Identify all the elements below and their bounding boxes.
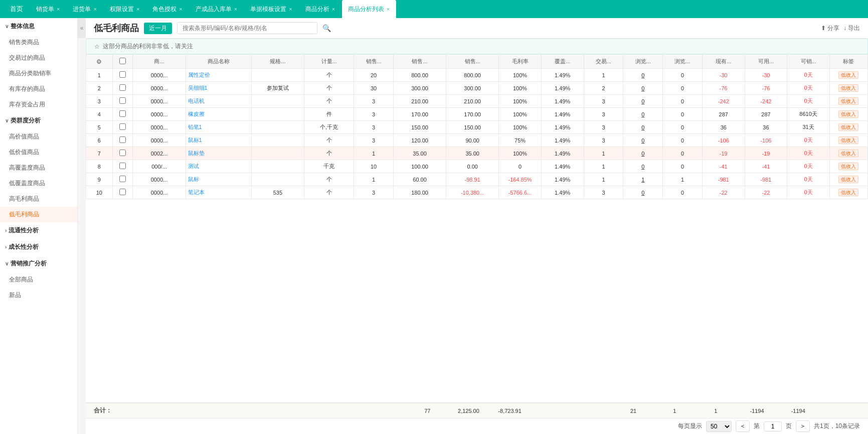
cell-view1[interactable]: 1 [623, 173, 663, 186]
close-sales-order[interactable]: × [57, 6, 60, 12]
cell-name[interactable]: 电话机 [186, 95, 251, 108]
select-all-checkbox[interactable] [119, 58, 126, 64]
cell-view1[interactable]: 0 [623, 186, 663, 199]
col-header-name[interactable]: 商品名称 [186, 55, 251, 69]
close-goods-analysis[interactable]: × [332, 6, 335, 12]
cell-check[interactable] [112, 160, 133, 173]
close-permissions[interactable]: × [136, 6, 139, 12]
cell-check[interactable] [112, 147, 133, 160]
cell-check[interactable] [112, 82, 133, 95]
cell-name[interactable]: 橡皮擦 [186, 108, 251, 121]
col-header-view1[interactable]: 浏览... [623, 55, 663, 69]
col-header-check[interactable] [112, 55, 133, 69]
sidebar-item-low-coverage[interactable]: 低覆盖度商品 [0, 176, 77, 191]
next-page-button[interactable]: ＞ [796, 420, 810, 432]
sidebar-item-new-goods[interactable]: 新品 [0, 287, 77, 303]
cell-check[interactable] [112, 108, 133, 121]
cell-name[interactable]: 鼠标垫 [186, 147, 251, 160]
nav-home[interactable]: 首页 [4, 0, 29, 18]
sidebar-item-high-coverage[interactable]: 高覆盖度商品 [0, 160, 77, 176]
row-checkbox[interactable] [119, 84, 126, 91]
col-header-current-stock[interactable]: 现有... [702, 55, 745, 69]
close-role-auth[interactable]: × [179, 6, 182, 12]
table-row[interactable]: 5 0000... 铅笔1 个,千克 3 150.00 150.00 100% … [86, 121, 868, 134]
col-header-view2[interactable]: 浏览... [663, 55, 703, 69]
cell-check[interactable] [112, 173, 133, 186]
cell-check[interactable] [112, 121, 133, 134]
page-number-input[interactable] [764, 421, 782, 431]
close-purchase-order[interactable]: × [93, 6, 96, 12]
sidebar-item-category-rate[interactable]: 商品分类助销率 [0, 66, 77, 81]
cell-check[interactable] [112, 95, 133, 108]
cell-name[interactable]: 鼠标1 [186, 134, 251, 147]
row-checkbox[interactable] [119, 150, 126, 156]
prev-page-button[interactable]: ＜ [736, 420, 750, 432]
col-header-tag[interactable]: 标签 [829, 55, 867, 69]
sidebar-item-in-stock-goods[interactable]: 有库存的商品 [0, 81, 77, 97]
row-checkbox[interactable] [119, 71, 126, 78]
col-header-sales-amt[interactable]: 销售... [394, 55, 446, 69]
close-product-inbound[interactable]: × [234, 6, 237, 12]
sidebar-item-high-value[interactable]: 高价值商品 [0, 129, 77, 144]
col-header-coverage[interactable]: 覆盖... [541, 55, 584, 69]
per-page-select[interactable]: 50 100 200 [706, 421, 732, 432]
cell-check[interactable] [112, 186, 133, 199]
nav-goods-analysis-list[interactable]: 商品分析列表 × [342, 0, 396, 18]
table-row[interactable]: 2 0000... 吴细细1 参加复试 个 30 300.00 300.00 1… [86, 82, 868, 95]
row-checkbox[interactable] [119, 163, 126, 169]
row-checkbox[interactable] [119, 189, 126, 195]
share-button[interactable]: ⬆ 分享 [821, 24, 839, 33]
cell-name[interactable]: 属性定价 [186, 69, 251, 82]
col-header-sales-cost[interactable]: 销售... [446, 55, 499, 69]
cell-view1[interactable]: 0 [623, 121, 663, 134]
cell-check[interactable] [112, 69, 133, 82]
cell-view1[interactable]: 0 [623, 147, 663, 160]
table-row[interactable]: 4 0000... 橡皮擦 件 3 170.00 170.00 100% 1.4… [86, 108, 868, 121]
cell-name[interactable]: 铅笔1 [186, 121, 251, 134]
table-row[interactable]: 6 0000... 鼠标1 个 3 120.00 90.00 75% 1.49%… [86, 134, 868, 147]
nav-sales-order[interactable]: 销货单 × [30, 0, 66, 18]
col-header-available[interactable]: 可用... [745, 55, 787, 69]
table-row[interactable]: 10 0000... 笔记本 535 个 3 180.00 -10,380...… [86, 186, 868, 199]
nav-template-settings[interactable]: 单据模板设置 × [244, 0, 298, 18]
nav-permissions[interactable]: 权限设置 × [104, 0, 145, 18]
sidebar-item-low-value[interactable]: 低价值商品 [0, 144, 77, 160]
sidebar-collapse-button[interactable]: « [78, 18, 86, 38]
cell-view1[interactable]: 0 [623, 160, 663, 173]
nav-role-auth[interactable]: 角色授权 × [146, 0, 188, 18]
sidebar-item-sales-goods[interactable]: 销售类商品 [0, 35, 77, 50]
cell-view1[interactable]: 0 [623, 69, 663, 82]
col-header-sellable[interactable]: 可销... [787, 55, 830, 69]
sidebar-section-cluster-analysis[interactable]: ∨ 类群度分析 [0, 112, 77, 129]
col-header-trade-count[interactable]: 交易... [584, 55, 623, 69]
cell-view1[interactable]: 0 [623, 82, 663, 95]
cell-view1[interactable]: 0 [623, 134, 663, 147]
cell-check[interactable] [112, 134, 133, 147]
row-checkbox[interactable] [119, 176, 126, 182]
export-button[interactable]: ↓ 导出 [843, 24, 860, 33]
sidebar-section-circulation-analysis[interactable]: › 流通性分析 [0, 222, 77, 239]
cell-view1[interactable]: 0 [623, 108, 663, 121]
col-header-code[interactable]: 商... [133, 55, 186, 69]
sidebar-item-all-goods[interactable]: 全部商品 [0, 272, 77, 287]
col-header-sales-qty[interactable]: 销售... [354, 55, 394, 69]
nav-purchase-order[interactable]: 进货单 × [67, 0, 102, 18]
sidebar-item-stock-capital[interactable]: 库存资金占用 [0, 97, 77, 112]
cell-name[interactable]: 鼠标 [186, 173, 251, 186]
sidebar-item-low-margin[interactable]: 低毛利商品 [0, 207, 77, 222]
sidebar-section-marketing-analysis[interactable]: ∨ 营销推广分析 [0, 255, 77, 272]
date-filter-button[interactable]: 近一月 [144, 23, 172, 34]
row-checkbox[interactable] [119, 136, 126, 143]
cell-name[interactable]: 笔记本 [186, 186, 251, 199]
table-row[interactable]: 9 0000... 鼠标 个 1 60.00 -98.91 -164.85% 1… [86, 173, 868, 186]
row-checkbox[interactable] [119, 123, 126, 130]
cell-view1[interactable]: 0 [623, 95, 663, 108]
nav-goods-analysis[interactable]: 商品分析 × [299, 0, 341, 18]
sidebar-item-traded-goods[interactable]: 交易过的商品 [0, 50, 77, 66]
close-template-settings[interactable]: × [289, 6, 292, 12]
close-goods-analysis-list[interactable]: × [387, 6, 390, 12]
col-header-spec[interactable]: 规格... [251, 55, 304, 69]
nav-product-inbound[interactable]: 产成品入库单 × [190, 0, 243, 18]
search-icon[interactable]: 🔍 [322, 24, 331, 32]
search-input[interactable] [177, 22, 317, 34]
